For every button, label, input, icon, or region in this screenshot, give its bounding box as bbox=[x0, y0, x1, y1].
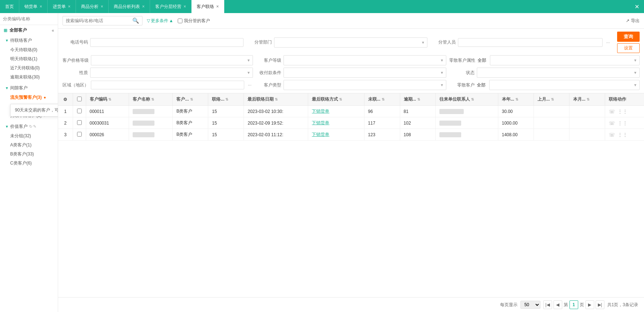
sidebar-all-customers[interactable]: ⊞ 全部客户 « bbox=[0, 25, 58, 36]
sidebar-item-tomorrow[interactable]: 明天待联络(1) bbox=[0, 54, 58, 64]
tab-customer-contact-close[interactable]: × bbox=[216, 4, 219, 9]
gear-icon[interactable]: ⚙ bbox=[63, 97, 67, 102]
th-unit-contact[interactable]: 往来单位联系人 ⇅ bbox=[435, 93, 498, 106]
sidebar-search-input[interactable] bbox=[3, 16, 57, 21]
row-last-month-2 bbox=[534, 129, 569, 141]
settings-button[interactable]: 设置 bbox=[617, 43, 640, 53]
row-action-1: ☏ ⋮⋮ bbox=[605, 117, 644, 129]
dept-label: 分管部门 bbox=[246, 39, 272, 45]
row-last-date-0: 2023-03-02 10:30: bbox=[244, 106, 308, 117]
row-this-month-1 bbox=[569, 117, 605, 129]
data-table: ⚙ 客户编码 ⇅ 客户名称 bbox=[58, 93, 644, 141]
all-customers-label: 全部客户 bbox=[9, 27, 27, 33]
row-not-contacted-2: 123 bbox=[364, 129, 400, 141]
th-last-contact-date[interactable]: 最后联络日期 ⇅ bbox=[244, 93, 308, 106]
sidebar-item-c-class[interactable]: C类客户(6) bbox=[0, 159, 58, 168]
sidebar-item-b-class[interactable]: B类客户(33) bbox=[0, 150, 58, 159]
action-more-icon-0[interactable]: ⋮⋮ bbox=[617, 109, 628, 114]
manager-input[interactable] bbox=[458, 38, 603, 47]
sidebar-group-pending[interactable]: ▼ 待联络客户 bbox=[0, 36, 58, 45]
action-more-icon-1[interactable]: ⋮⋮ bbox=[617, 120, 628, 126]
next-page-button[interactable]: ▶ bbox=[585, 300, 594, 309]
sidebar-item-week[interactable]: 近7天待联络(0) bbox=[0, 64, 58, 73]
sidebar-item-today[interactable]: 今天待联络(0) bbox=[0, 45, 58, 54]
th-last-month[interactable]: 上月... ⇅ bbox=[534, 93, 569, 106]
action-more-icon-2[interactable]: ⋮⋮ bbox=[617, 132, 628, 138]
tab-purchase[interactable]: 进货单 × bbox=[48, 0, 76, 13]
region-input[interactable] bbox=[91, 81, 244, 89]
row-last-method-2[interactable]: 下销货单 bbox=[308, 129, 364, 141]
search-input[interactable] bbox=[66, 18, 132, 23]
row-checkbox-1[interactable] bbox=[73, 117, 86, 129]
chevron-down-icon-6: ▾ bbox=[441, 70, 443, 75]
row-checkbox-2[interactable] bbox=[73, 129, 86, 141]
th-this-year[interactable]: 本年... ⇅ bbox=[498, 93, 534, 106]
row-contact-2: 15 bbox=[208, 129, 244, 141]
gender-select[interactable]: ▾ bbox=[90, 68, 253, 78]
tab-customer-tier[interactable]: 客户分层经营 × bbox=[150, 0, 192, 13]
filter-customer-level: 客户等级 ▾ bbox=[256, 55, 446, 65]
th-not-contacted[interactable]: 未联... ⇅ bbox=[364, 93, 400, 106]
sidebar-item-a-class[interactable]: A类客户(1) bbox=[0, 141, 58, 150]
th-contact[interactable]: 联络... ⇅ bbox=[208, 93, 244, 106]
search-button[interactable]: 🔍 bbox=[132, 17, 139, 24]
first-page-button[interactable]: |◀ bbox=[543, 300, 552, 309]
row-last-method-1[interactable]: 下销货单 bbox=[308, 117, 364, 129]
last-page-button[interactable]: ▶| bbox=[596, 300, 604, 309]
tab-sales-close[interactable]: × bbox=[40, 4, 42, 9]
th-level[interactable]: 客户... ⇅ bbox=[173, 93, 208, 106]
price-level-select[interactable]: ▾ bbox=[91, 55, 253, 65]
row-checkbox-0[interactable] bbox=[73, 106, 86, 117]
tab-sales[interactable]: 销货单 × bbox=[19, 0, 48, 13]
region-more-icon[interactable]: ··· bbox=[246, 82, 253, 88]
th-code[interactable]: 客户编码 ⇅ bbox=[86, 93, 129, 106]
payment-select[interactable]: ▾ bbox=[283, 68, 446, 78]
filter-price-level: 客户价格等级 ▾ bbox=[63, 55, 253, 65]
prev-page-button[interactable]: ◀ bbox=[554, 300, 562, 309]
phone-input[interactable] bbox=[90, 38, 243, 47]
tab-analysis-list[interactable]: 商品分析列表 × bbox=[109, 0, 150, 13]
edit-icon[interactable]: ✎ bbox=[33, 124, 36, 129]
tab-customer-contact[interactable]: 客户联络 × bbox=[192, 0, 224, 13]
tooltip-box: 90天未交易的客户，可能有流失风险。 bbox=[10, 104, 58, 117]
action-contact-icon-1[interactable]: ☏ bbox=[609, 120, 615, 126]
th-overdue[interactable]: 逾期... ⇅ bbox=[400, 93, 435, 106]
export-button[interactable]: ↗ 导出 bbox=[626, 18, 640, 24]
th-last-contact-method[interactable]: 最后联络方式 ⇅ bbox=[308, 93, 364, 106]
my-customers-check[interactable] bbox=[178, 19, 182, 23]
sidebar-group-lost[interactable]: ▼ 间隙客户 bbox=[0, 83, 58, 93]
sidebar-group-value[interactable]: ▼ 价值客户 ↻ ✎ bbox=[0, 122, 58, 131]
my-customers-checkbox[interactable]: 我分管的客户 bbox=[178, 18, 210, 24]
tab-customer-tier-close[interactable]: × bbox=[184, 4, 186, 9]
tab-home[interactable]: 首页 bbox=[0, 0, 19, 13]
retail-customer-select[interactable]: ▾ bbox=[489, 80, 640, 90]
tab-analysis-close[interactable]: × bbox=[101, 4, 103, 9]
status-select[interactable]: ▾ bbox=[477, 68, 640, 78]
sidebar-item-ungrouped[interactable]: 未分组(32) bbox=[0, 131, 58, 141]
th-this-month[interactable]: 本月... ⇅ bbox=[569, 93, 605, 106]
th-name[interactable]: 客户名称 ⇅ bbox=[129, 93, 173, 106]
tab-purchase-close[interactable]: × bbox=[68, 4, 71, 9]
row-last-method-0[interactable]: 下销货单 bbox=[308, 106, 364, 117]
query-button[interactable]: 查询 bbox=[617, 32, 640, 42]
sort-icon-method: ⇅ bbox=[339, 97, 342, 101]
window-close-button[interactable]: ✕ bbox=[629, 0, 644, 13]
customer-type-select[interactable]: ▾ bbox=[283, 80, 446, 90]
row-this-month-0 bbox=[569, 106, 605, 117]
action-contact-icon-2[interactable]: ☏ bbox=[609, 132, 615, 138]
manager-more-icon[interactable]: ··· bbox=[605, 40, 611, 45]
more-conditions-toggle[interactable]: ▽ 更多条件 ▲ bbox=[147, 18, 173, 24]
refresh-icon[interactable]: ↻ bbox=[29, 124, 32, 129]
tab-analysis[interactable]: 商品分析 × bbox=[76, 0, 109, 13]
tab-home-label: 首页 bbox=[5, 4, 14, 10]
per-page-select[interactable]: 50 100 200 bbox=[520, 301, 540, 309]
retail-attr-select[interactable]: ▾ bbox=[490, 55, 640, 65]
sidebar-item-lost-pred[interactable]: 流失预警客户(3) ● bbox=[0, 93, 58, 102]
dept-select[interactable]: ▾ bbox=[274, 37, 427, 48]
tab-analysis-list-close[interactable]: × bbox=[142, 4, 145, 9]
sidebar-item-overdue[interactable]: 逾期未联络(30) bbox=[0, 73, 58, 82]
action-contact-icon-0[interactable]: ☏ bbox=[609, 109, 615, 114]
retail-attr-label: 零散客户属性 bbox=[449, 57, 475, 64]
select-all-checkbox[interactable] bbox=[77, 97, 82, 101]
customer-level-select[interactable]: ▾ bbox=[283, 55, 446, 65]
